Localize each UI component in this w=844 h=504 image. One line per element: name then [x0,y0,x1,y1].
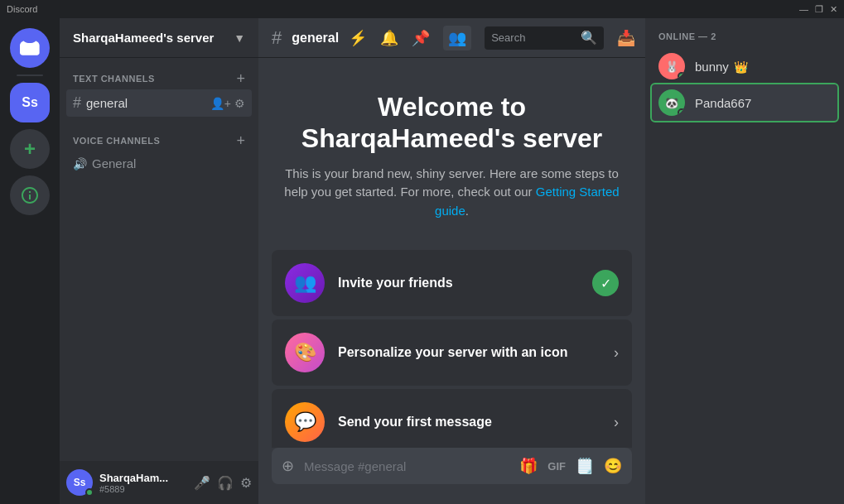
members-icon[interactable]: 👥 [443,26,471,50]
channel-general-voice[interactable]: 🔊 General [66,151,252,175]
user-name: SharqaHam... [99,472,187,484]
server-divider [17,74,43,76]
mic-button[interactable]: 🎤 [194,475,210,491]
channel-sidebar: SharqaHameed's server ▼ TEXT CHANNELS + … [60,18,258,504]
invite-card-icon: 👥 [285,263,325,303]
server-name: SharqaHameed's server [73,31,214,45]
text-channels-section: TEXT CHANNELS + # general 👤+ ⚙ [60,58,258,120]
home-button[interactable] [10,28,50,68]
settings-icon[interactable]: ⚙ [234,97,245,110]
emoji-icon[interactable]: 😊 [604,457,622,475]
member-bunny[interactable]: 🐰 bunny 👑 [652,48,837,84]
personalize-chevron-icon: › [614,344,619,362]
titlebar-controls: — ❐ ✕ [799,4,837,15]
pin-icon[interactable]: 📌 [412,29,430,47]
member-avatar-panda667: 🐼 [658,89,685,116]
text-channels-header: TEXT CHANNELS + [66,71,252,86]
user-bar: Ss SharqaHam... #5889 🎤 🎧 ⚙ [60,461,258,504]
member-panda667[interactable]: 🐼 Panda667 [652,84,837,121]
sticker-icon[interactable]: 🗒️ [576,457,594,475]
channel-name-general-voice: General [92,156,245,170]
search-input[interactable] [491,31,576,44]
input-bar: ⊕ 🎁 GIF 🗒️ 😊 [258,448,645,504]
message-input[interactable] [304,459,509,473]
headset-button[interactable]: 🎧 [217,475,234,491]
channel-name-general: general [86,96,205,110]
welcome-title: Welcome toSharqaHameed's server [272,91,632,155]
member-avatar-bunny: 🐰 [658,53,685,79]
message-chevron-icon: › [614,414,619,431]
checklist: 👥 Invite your friends ✓ 🎨 Personalize yo… [272,250,632,448]
message-card-icon: 💬 [285,402,325,442]
welcome-section: Welcome toSharqaHameed's server This is … [258,58,645,237]
add-server-button[interactable]: + [10,129,50,169]
invite-icon[interactable]: 👤+ [210,97,231,110]
gif-icon[interactable]: GIF [547,460,566,473]
channel-header: # general ⚡ 🔔 📌 👥 🔍 📥 ❓ [258,18,645,58]
message-card-label: Send your first message [338,415,600,430]
search-box[interactable]: 🔍 [485,26,604,50]
close-button[interactable]: ✕ [830,4,837,15]
gift-icon[interactable]: 🎁 [519,457,538,475]
checklist-message[interactable]: 💬 Send your first message › [272,389,632,448]
message-input-box: ⊕ 🎁 GIF 🗒️ 😊 [272,448,632,484]
voice-channels-section: VOICE CHANNELS + 🔊 General [60,120,258,179]
member-status-bunny [678,72,685,79]
header-icons: ⚡ 🔔 📌 👥 🔍 📥 ❓ [349,26,645,50]
channel-general[interactable]: # general 👤+ ⚙ [66,89,252,117]
explore-button[interactable] [10,175,50,215]
active-server-icon[interactable]: Ss [10,83,50,122]
member-sidebar: ONLINE — 2 🐰 bunny 👑 🐼 Panda667 [645,18,844,504]
user-tag: #5889 [99,484,187,494]
notifications-icon[interactable]: 🔔 [380,29,398,47]
text-channels-label: TEXT CHANNELS [73,74,155,84]
user-info: SharqaHam... #5889 [99,472,187,494]
server-header[interactable]: SharqaHameed's server ▼ [60,18,258,58]
search-icon: 🔍 [581,30,597,46]
titlebar-title: Discord [7,4,37,14]
user-avatar: Ss [66,469,93,496]
threads-icon[interactable]: ⚡ [349,29,367,47]
user-status-dot [85,488,94,497]
invite-done-checkmark: ✓ [592,270,619,296]
personalize-card-icon: 🎨 [285,333,325,372]
restore-button[interactable]: ❐ [815,4,823,15]
voice-channel-icon: 🔊 [73,157,87,170]
voice-channels-label: VOICE CHANNELS [73,136,160,146]
personalize-card-label: Personalize your server with an icon [338,345,600,360]
welcome-subtitle: This is your brand new, shiny server. He… [272,165,632,221]
chat-area: Welcome toSharqaHameed's server This is … [258,58,645,448]
titlebar: Discord — ❐ ✕ [0,0,844,18]
add-text-channel-button[interactable]: + [236,71,245,86]
member-status-panda667 [678,108,685,116]
member-badge-bunny: 👑 [734,60,748,74]
add-voice-channel-button[interactable]: + [236,133,245,148]
main-content: # general ⚡ 🔔 📌 👥 🔍 📥 ❓ Welcome toSharqa… [258,18,645,504]
invite-card-label: Invite your friends [338,276,579,290]
add-attachment-icon[interactable]: ⊕ [282,457,294,475]
voice-channels-header: VOICE CHANNELS + [66,133,252,148]
text-channel-icon: # [73,94,81,112]
minimize-button[interactable]: — [799,4,808,15]
inbox-icon[interactable]: 📥 [617,29,635,47]
checklist-invite[interactable]: 👥 Invite your friends ✓ [272,250,632,316]
checklist-personalize[interactable]: 🎨 Personalize your server with an icon › [272,319,632,386]
member-name-bunny: bunny 👑 [695,60,748,74]
channel-header-name: general [292,31,339,46]
app: Ss + SharqaHameed's server ▼ TEXT CHANNE… [0,18,844,504]
member-name-panda667: Panda667 [695,96,751,110]
members-section-label: ONLINE — 2 [652,31,837,41]
user-settings-button[interactable]: ⚙ [240,475,252,491]
chevron-down-icon: ▼ [234,31,245,45]
server-list: Ss + [0,18,60,504]
channel-hash-icon: # [272,27,282,49]
channel-action-icons: 👤+ ⚙ [210,97,245,110]
